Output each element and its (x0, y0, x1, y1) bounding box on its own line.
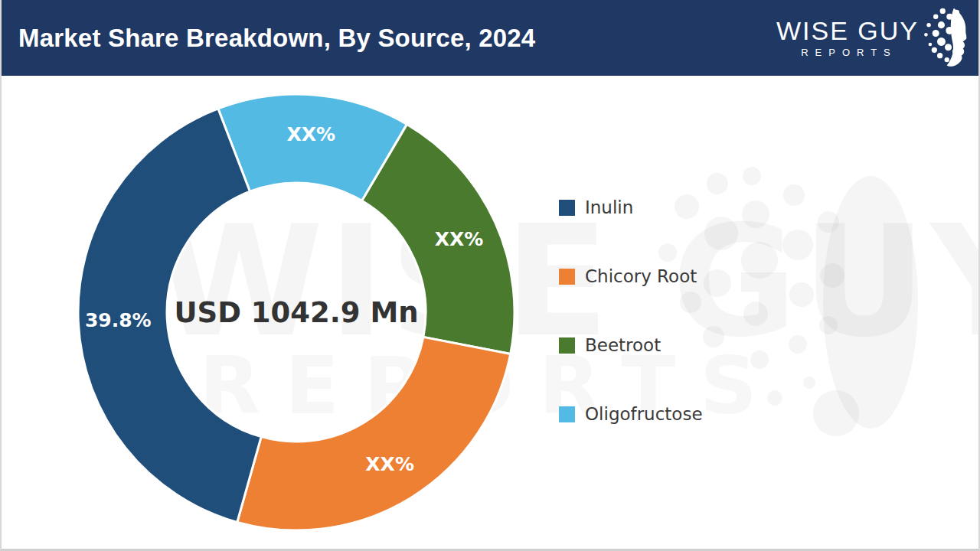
legend-label: Oligofructose (585, 406, 703, 422)
legend-item-beetroot: Beetroot (559, 337, 703, 354)
legend-swatch (559, 337, 575, 354)
segment-label: XX% (365, 453, 414, 475)
donut-chart: XX%XX%XX%39.8% (2, 0, 980, 551)
report-card: Market Share Breakdown, By Source, 2024 … (0, 0, 980, 551)
legend-item-chicory-root: Chicory Root (559, 268, 703, 285)
chart-legend: InulinChicory RootBeetrootOligofructose (559, 199, 703, 474)
segment-label: XX% (435, 228, 484, 250)
segment-label: 39.8% (85, 309, 152, 331)
donut-segment-chicory-root (237, 337, 511, 530)
legend-label: Inulin (585, 199, 633, 216)
chart-center-value: USD 1042.9 Mn (174, 296, 418, 329)
legend-swatch (559, 269, 575, 285)
legend-item-inulin: Inulin (559, 199, 703, 216)
legend-swatch (559, 200, 575, 216)
segment-label: XX% (286, 123, 335, 145)
legend-label: Chicory Root (585, 268, 697, 285)
legend-item-oligofructose: Oligofructose (559, 406, 703, 422)
legend-swatch (559, 406, 575, 422)
legend-label: Beetroot (585, 337, 661, 354)
